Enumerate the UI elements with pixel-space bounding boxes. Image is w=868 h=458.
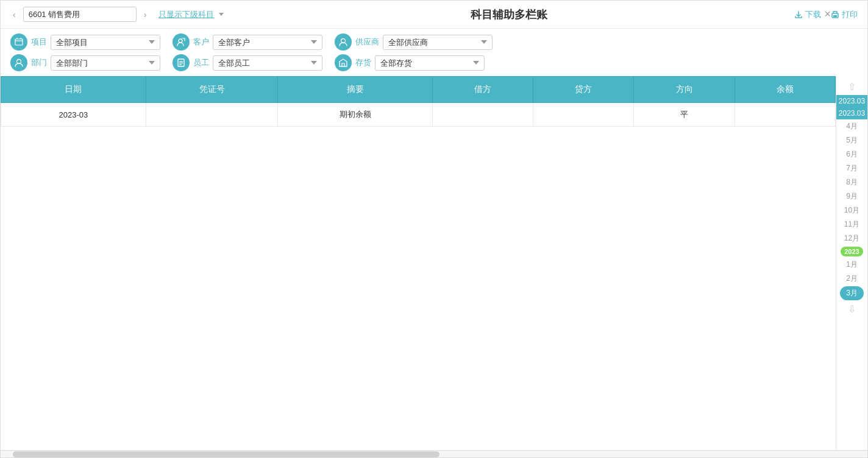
cell-debit bbox=[432, 103, 533, 127]
table-body: 2023-03 期初余额 平 bbox=[1, 103, 836, 127]
timeline-item-2[interactable]: 2月 bbox=[836, 272, 867, 286]
department-svg-icon bbox=[15, 58, 23, 67]
inventory-icon bbox=[335, 54, 352, 71]
department-icon bbox=[10, 54, 27, 71]
page-title: 科目辅助多栏账 bbox=[229, 7, 789, 22]
svg-rect-2 bbox=[15, 39, 23, 45]
employee-svg-icon bbox=[177, 58, 185, 67]
timeline-item-1[interactable]: 1月 bbox=[836, 258, 867, 272]
filter-department: 部门 全部部门 bbox=[10, 54, 160, 71]
cell-date: 2023-03 bbox=[1, 103, 146, 127]
cell-balance bbox=[735, 103, 835, 127]
timeline-item-4[interactable]: 4月 bbox=[836, 119, 867, 133]
filter-row-1: 项目 全部项目 客户 全部客户 bbox=[10, 33, 858, 51]
main-container: × ‹ 6601 销售费用 › 只显示下级科目 科目辅助多栏账 下载 打印 bbox=[0, 0, 868, 458]
download-icon bbox=[794, 10, 803, 19]
filters-wrapper: 项目 全部项目 客户 全部客户 bbox=[1, 29, 867, 76]
project-select[interactable]: 全部项目 bbox=[51, 35, 160, 50]
timeline-down-button[interactable]: ⇩ bbox=[845, 301, 858, 317]
table-area: 日期 凭证号 摘要 借方 贷方 方向 余额 2023-03 期初余额 bbox=[1, 76, 836, 450]
col-direction: 方向 bbox=[634, 77, 735, 103]
content-area: 日期 凭证号 摘要 借方 贷方 方向 余额 2023-03 期初余额 bbox=[1, 76, 867, 450]
data-table: 日期 凭证号 摘要 借方 贷方 方向 余额 2023-03 期初余额 bbox=[1, 76, 836, 127]
svg-rect-1 bbox=[833, 15, 837, 17]
print-button[interactable]: 打印 bbox=[831, 9, 858, 20]
timeline-item-3-active[interactable]: 3月 bbox=[840, 286, 864, 300]
inventory-svg-icon bbox=[339, 58, 347, 67]
timeline-item-7[interactable]: 7月 bbox=[836, 161, 867, 175]
scroll-bottom bbox=[1, 450, 867, 457]
employee-label: 员工 bbox=[193, 57, 209, 68]
next-account-button[interactable]: › bbox=[141, 9, 149, 21]
filter-supplier: 供应商 全部供应商 bbox=[335, 33, 493, 51]
print-icon bbox=[831, 10, 839, 19]
timeline-item-12[interactable]: 12月 bbox=[836, 231, 867, 245]
download-button[interactable]: 下载 bbox=[794, 9, 821, 20]
supplier-label: 供应商 bbox=[355, 37, 379, 48]
print-label: 打印 bbox=[842, 9, 858, 20]
customer-icon bbox=[173, 33, 190, 51]
timeline-item-6[interactable]: 6月 bbox=[836, 147, 867, 161]
download-label: 下载 bbox=[805, 9, 821, 20]
filter-row-2: 部门 全部部门 员工 全部员工 bbox=[10, 54, 858, 71]
timeline-item-11[interactable]: 11月 bbox=[836, 217, 867, 231]
filter-employee: 员工 全部员工 bbox=[173, 54, 322, 71]
account-code-input[interactable]: 6601 销售费用 bbox=[23, 7, 137, 22]
col-date: 日期 bbox=[1, 77, 146, 103]
col-voucher: 凭证号 bbox=[146, 77, 278, 103]
prev-account-button[interactable]: ‹ bbox=[10, 9, 18, 21]
timeline-up-button[interactable]: ⇧ bbox=[845, 79, 858, 95]
inventory-label: 存货 bbox=[355, 57, 371, 68]
show-sub-button[interactable]: 只显示下级科目 bbox=[158, 9, 224, 20]
project-label: 项目 bbox=[31, 37, 47, 48]
cell-summary: 期初余额 bbox=[278, 103, 432, 127]
table-header: 日期 凭证号 摘要 借方 贷方 方向 余额 bbox=[1, 77, 836, 103]
filter-project: 项目 全部项目 bbox=[10, 33, 160, 51]
chevron-down-icon bbox=[219, 13, 224, 16]
table-row: 2023-03 期初余额 平 bbox=[1, 103, 836, 127]
col-debit: 借方 bbox=[432, 77, 533, 103]
timeline-year-badge[interactable]: 2023 bbox=[841, 247, 863, 256]
timeline-item-9[interactable]: 9月 bbox=[836, 189, 867, 203]
timeline-item-2023-03-second[interactable]: 2023.03 bbox=[836, 107, 867, 119]
employee-select[interactable]: 全部员工 bbox=[213, 55, 322, 71]
supplier-icon bbox=[335, 33, 352, 51]
col-summary: 摘要 bbox=[278, 77, 432, 103]
col-credit: 贷方 bbox=[533, 77, 634, 103]
timeline-item-8[interactable]: 8月 bbox=[836, 175, 867, 189]
cell-direction: 平 bbox=[634, 103, 735, 127]
inventory-select[interactable]: 全部存货 bbox=[375, 55, 485, 71]
filter-customer: 客户 全部客户 bbox=[173, 33, 322, 51]
department-select[interactable]: 全部部门 bbox=[51, 55, 160, 71]
cell-voucher bbox=[146, 103, 278, 127]
timeline-item-5[interactable]: 5月 bbox=[836, 133, 867, 147]
col-balance: 余额 bbox=[735, 77, 835, 103]
project-svg-icon bbox=[15, 38, 23, 46]
cell-credit bbox=[533, 103, 634, 127]
timeline-item-2023-03-first[interactable]: 2023.03 bbox=[836, 95, 867, 107]
timeline-panel: ⇧ 2023.03 2023.03 4月 5月 6月 7月 8月 9月 10月 … bbox=[836, 76, 867, 450]
project-icon bbox=[10, 33, 27, 51]
customer-select[interactable]: 全部客户 bbox=[213, 35, 322, 50]
supplier-svg-icon bbox=[339, 38, 347, 46]
department-label: 部门 bbox=[31, 57, 47, 68]
customer-svg-icon bbox=[177, 38, 185, 46]
timeline-item-10[interactable]: 10月 bbox=[836, 203, 867, 217]
filter-inventory: 存货 全部存货 bbox=[335, 54, 485, 71]
close-button[interactable]: × bbox=[824, 8, 831, 21]
supplier-select[interactable]: 全部供应商 bbox=[383, 35, 493, 50]
svg-point-6 bbox=[179, 39, 182, 43]
top-bar: ‹ 6601 销售费用 › 只显示下级科目 科目辅助多栏账 下载 打印 bbox=[1, 1, 867, 29]
show-sub-label: 只显示下级科目 bbox=[158, 9, 214, 20]
employee-icon bbox=[173, 54, 190, 71]
scroll-track[interactable] bbox=[13, 451, 439, 457]
customer-label: 客户 bbox=[193, 37, 209, 48]
